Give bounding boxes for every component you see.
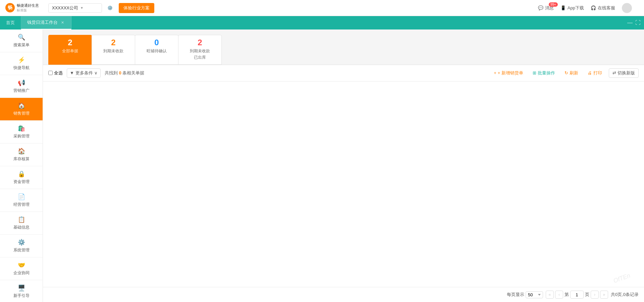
tab-expand-icon[interactable]: ⛶ [635,20,641,26]
stat-count-wangwang: 0 [154,38,159,48]
sidebar-item-guide[interactable]: 🖥️ 新手引导 [0,280,43,302]
prev-page-button[interactable]: ‹ [555,291,563,299]
table-area [43,81,644,287]
found-text: 共找到 0 条相关单据 [105,70,144,76]
inventory-icon: 🏠 [18,147,25,155]
logo-name: 畅捷通好生意 [17,3,39,8]
capital-icon: 🔒 [18,170,25,178]
stat-tab-all[interactable]: 2 全部单据 [48,35,92,65]
switch-version-button[interactable]: ⇄ 切换新版 [609,68,639,78]
last-page-button[interactable]: » [600,291,608,299]
stat-tab-overdue[interactable]: 2 到期未收款 [92,35,135,65]
online-service-label: 在线客服 [598,5,615,11]
batch-label: 批量操作 [538,70,555,76]
stat-label-all: 全部单据 [62,48,78,54]
page-suffix: 页 [585,292,589,298]
stat-count-overdue: 2 [111,38,115,48]
sidebar-label-search: 搜索菜单 [13,42,30,48]
switch-label: 切换新版 [618,70,635,76]
sidebar-item-inventory[interactable]: 🏠 库存核算 [0,143,43,166]
page-size-dropdown[interactable]: 10 20 50 100 [526,291,543,298]
home-tab-label: 首页 [6,20,15,26]
marketing-icon: 📢 [18,79,25,86]
stat-label-shipped-2: 已出库 [194,55,206,60]
sidebar-label-capital: 资金管理 [13,179,30,185]
batch-op-button[interactable]: ⊞ 批量操作 [530,69,558,77]
batch-icon: ⊞ [533,70,536,75]
tab-home[interactable]: 首页 [0,16,21,29]
sidebar-label-marketing: 营销推广 [13,88,30,94]
stat-count-all: 2 [68,38,72,48]
toolbar: 全选 ▼ 更多条件 ∨ 共找到 0 条相关单据 + + 新增销货单 [43,65,644,81]
tab-minimize-icon[interactable]: — [627,20,633,26]
sidebar-item-enterprise[interactable]: 🤝 企业协同 [0,257,43,280]
tab-close-icon[interactable]: ✕ [60,20,65,25]
stat-tab-shipped[interactable]: 2 到期未收款 已出库 [178,35,222,65]
system-icon: ⚙️ [18,239,25,246]
sales-icon: 🏠 [18,102,25,109]
sidebar-item-capital[interactable]: 🔒 资金管理 [0,166,43,189]
main-layout: 🔍 搜索菜单 ⚡ 快捷导航 📢 营销推广 🏠 销售管理 🛍️ 采购管理 🏠 库存… [0,29,644,302]
new-sale-button[interactable]: + + 新增销货单 [491,69,526,77]
page-label: 第 [565,292,569,298]
refresh-label: 刷新 [570,70,578,76]
online-service-button[interactable]: 🎧 在线客服 [591,5,615,11]
guide-icon: 🖥️ [18,284,25,292]
page-size-select: 每页显示 10 20 50 100 [507,291,543,298]
print-icon: 🖨 [588,70,592,75]
search-icon: 🔍 [18,34,25,41]
refresh-button[interactable]: ↻ 刷新 [562,69,581,77]
company-selector[interactable]: XXXXXX公司 ▼ [48,3,102,13]
plus-icon: + [494,70,496,75]
enterprise-icon: 🤝 [18,261,25,269]
chevron-down-icon: ▼ [80,6,84,10]
sidebar-label-operation: 经营管理 [13,202,30,207]
basic-icon: 📋 [18,216,25,223]
sidebar-item-marketing[interactable]: 📢 营销推广 [0,75,43,98]
sidebar-item-operation[interactable]: 📄 经营管理 [0,189,43,212]
next-page-button[interactable]: › [591,291,599,299]
message-badge: 99+ [549,2,558,7]
logo-icon: 畅 [5,3,15,12]
sidebar-item-purchase[interactable]: 🛍️ 采购管理 [0,121,43,143]
stat-tab-wangwang[interactable]: 0 旺辅待确认 [135,35,178,65]
toolbar-right: + + 新增销货单 ⊞ 批量操作 ↻ 刷新 🖨 打印 [491,68,639,78]
avatar[interactable] [622,3,632,13]
experience-btn[interactable]: 体验行业方案 [119,3,154,13]
sidebar-label-inventory: 库存核算 [13,156,30,162]
logo-badge: 标准版 [17,8,39,13]
quicknav-icon: ⚡ [18,56,25,64]
stat-label-shipped-1: 到期未收款 [190,48,210,54]
page-input[interactable] [570,291,584,299]
pagination-buttons: « ‹ 第 页 › » [546,291,608,299]
sidebar-label-quicknav: 快捷导航 [13,65,30,71]
sidebar-label-purchase: 采购管理 [13,133,30,139]
sidebar-item-sales[interactable]: 🏠 销售管理 [0,98,43,121]
purchase-icon: 🛍️ [18,125,25,132]
tab-cashflow[interactable]: 钱货日清工作台 ✕ [21,16,71,29]
select-all-input[interactable] [48,71,53,75]
message-button[interactable]: 💬 消息 99+ [538,5,554,11]
found-prefix: 共找到 [105,70,118,75]
logo-area: 畅 畅捷通好生意 标准版 [5,3,48,12]
tab-bar-actions: — ⛶ [624,16,644,29]
message-icon: 💬 [538,5,543,10]
switch-icon: ⇄ [612,70,616,75]
select-all-label: 全选 [54,70,63,76]
print-button[interactable]: 🖨 打印 [585,69,605,77]
select-all-checkbox[interactable]: 全选 [48,70,63,76]
sidebar-item-search[interactable]: 🔍 搜索菜单 [0,29,43,52]
sidebar: 🔍 搜索菜单 ⚡ 快捷导航 📢 营销推广 🏠 销售管理 🛍️ 采购管理 🏠 库存… [0,29,43,302]
content-area: 2 全部单据 2 到期未收款 0 旺辅待确认 2 到期未收款 已出库 [43,29,644,302]
refresh-icon: ↻ [565,70,568,75]
first-page-button[interactable]: « [546,291,554,299]
filter-button[interactable]: ▼ 更多条件 ∨ [67,68,101,78]
sidebar-item-basic[interactable]: 📋 基础信息 [0,212,43,235]
settings-button[interactable]: ⚙️ [105,3,115,13]
filter-chevron-icon: ∨ [94,70,98,75]
total-label: 共0页,0条记录 [611,292,639,298]
sidebar-item-quicknav[interactable]: ⚡ 快捷导航 [0,52,43,75]
app-download-button[interactable]: 📱 App下载 [560,5,584,11]
sidebar-item-system[interactable]: ⚙️ 系统管理 [0,235,43,257]
found-suffix: 条相关单据 [122,70,144,75]
